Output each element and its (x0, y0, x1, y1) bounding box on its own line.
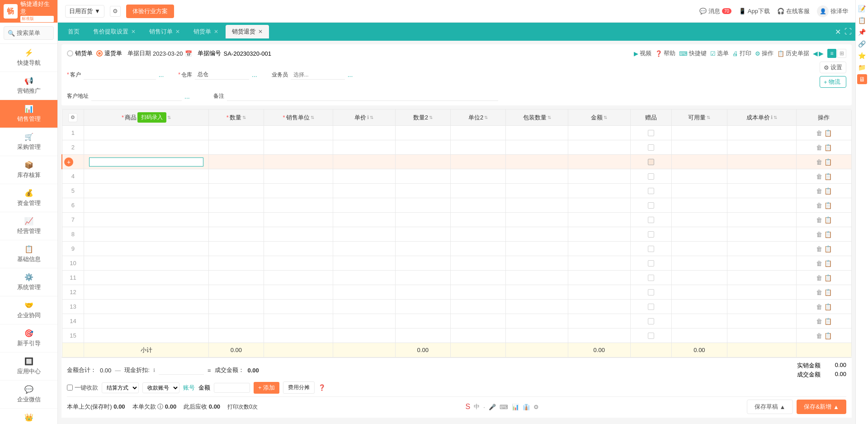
table-row[interactable]: 5 🗑 📋 (62, 184, 852, 198)
row-costprice-cell[interactable] (727, 126, 796, 140)
payment-amount-input[interactable] (214, 383, 250, 393)
row-available-cell[interactable] (672, 184, 727, 198)
row-qty2-cell[interactable] (395, 126, 450, 140)
copy-row-button[interactable]: 📋 (824, 303, 832, 310)
delete-row-button[interactable]: 🗑 (816, 216, 822, 224)
radio-sale-return[interactable]: 退货单 (96, 49, 122, 57)
gift-checkbox[interactable] (648, 130, 654, 136)
account-dots[interactable]: 账号 (183, 384, 195, 392)
try-solution-button[interactable]: 体验行业方案 (126, 5, 174, 18)
row-available-cell[interactable] (672, 126, 727, 140)
copy-row-button[interactable]: 📋 (824, 231, 832, 238)
tab-home[interactable]: 首页 (61, 25, 86, 38)
delete-row-button[interactable]: 🗑 (816, 303, 822, 310)
row-product-cell[interactable] (84, 256, 208, 271)
settlement-select[interactable]: 结算方式 (102, 382, 139, 393)
row-costprice-cell[interactable] (727, 213, 796, 227)
row-costprice-cell[interactable] (727, 256, 796, 271)
row-gift-cell[interactable] (630, 300, 672, 314)
row-costprice-cell[interactable] (727, 285, 796, 300)
salesperson-lookup-button[interactable]: ... (348, 71, 353, 78)
row-unit2-cell[interactable] (450, 198, 505, 213)
gift-checkbox[interactable] (648, 159, 654, 165)
cost-sort-icon[interactable]: ⇅ (774, 115, 777, 120)
row-product-cell[interactable] (84, 285, 208, 300)
amount-sort-icon[interactable]: ⇅ (604, 115, 607, 120)
salesperson-input[interactable] (291, 70, 345, 80)
row-amount-cell[interactable] (568, 155, 630, 169)
help-button[interactable]: ❓ 帮助 (655, 49, 675, 57)
row-amount-cell[interactable] (568, 300, 630, 314)
row-price-cell[interactable] (333, 126, 395, 140)
row-qty-cell[interactable] (208, 242, 264, 256)
row-price-cell[interactable] (333, 271, 395, 285)
row-available-cell[interactable] (672, 271, 727, 285)
gift-checkbox[interactable] (648, 144, 654, 151)
unit2-sort-icon[interactable]: ⇅ (484, 115, 488, 120)
row-amount-cell[interactable] (568, 169, 630, 184)
table-row[interactable]: 9 🗑 📋 (62, 242, 852, 256)
prev-doc-button[interactable]: ◀ (813, 50, 818, 57)
row-packqty-cell[interactable] (506, 242, 568, 256)
row-gift-cell[interactable] (630, 242, 672, 256)
next-doc-button[interactable]: ▶ (819, 50, 824, 57)
row-amount-cell[interactable] (568, 126, 630, 140)
row-costprice-cell[interactable] (727, 140, 796, 155)
row-available-cell[interactable] (672, 169, 727, 184)
row-price-cell[interactable] (333, 198, 395, 213)
row-amount-cell[interactable] (568, 227, 630, 242)
row-price-cell[interactable] (333, 300, 395, 314)
row-gift-cell[interactable] (630, 227, 672, 242)
copy-row-button[interactable]: 📋 (824, 129, 832, 137)
right-panel-item-2[interactable]: 📋 (857, 15, 867, 25)
row-qty-cell[interactable] (208, 155, 264, 169)
row-qty2-cell[interactable] (395, 184, 450, 198)
row-available-cell[interactable] (672, 227, 727, 242)
tab-close-sale-price[interactable]: ✕ (131, 29, 136, 35)
delete-row-button[interactable]: 🗑 (816, 318, 822, 325)
copy-row-button[interactable]: 📋 (824, 144, 832, 151)
app-download-button[interactable]: 📱 App下载 (739, 7, 770, 15)
delete-row-button[interactable]: 🗑 (816, 173, 822, 180)
row-qty2-cell[interactable] (395, 314, 450, 329)
sidebar-item-corp[interactable]: 🤝 企业协同 (0, 296, 57, 324)
sidebar-item-newbie[interactable]: 🎯 新手引导 (0, 324, 57, 353)
row-amount-cell[interactable] (568, 242, 630, 256)
split-help-icon[interactable]: ❓ (318, 384, 326, 391)
row-price-cell[interactable] (333, 140, 395, 155)
radio-sale-goods[interactable]: 销货单 (67, 49, 93, 57)
row-unit2-cell[interactable] (450, 314, 505, 329)
user-profile-button[interactable]: 👤 徐泽华 (817, 5, 848, 17)
row-unit2-cell[interactable] (450, 285, 505, 300)
row-costprice-cell[interactable] (727, 271, 796, 285)
history-button[interactable]: 📋 历史单据 (777, 49, 809, 57)
row-packqty-cell[interactable] (506, 300, 568, 314)
row-unit2-cell[interactable] (450, 300, 505, 314)
tab-sale-price[interactable]: 售价提取设置 ✕ (87, 25, 142, 38)
delete-row-button[interactable]: 🗑 (816, 289, 822, 296)
row-unit-cell[interactable] (264, 140, 333, 155)
row-available-cell[interactable] (672, 285, 727, 300)
sidebar-item-appstore[interactable]: 🔲 应用中心 (0, 353, 57, 381)
row-product-cell[interactable] (84, 184, 208, 198)
copy-row-button[interactable]: 📋 (824, 260, 832, 267)
delete-row-button[interactable]: 🗑 (816, 158, 822, 166)
row-product-cell[interactable] (84, 227, 208, 242)
row-unit2-cell[interactable] (450, 155, 505, 169)
quick-pay-input[interactable] (67, 385, 73, 391)
table-row[interactable]: 11 🗑 📋 (62, 271, 852, 285)
row-qty2-cell[interactable] (395, 213, 450, 227)
row-unit-cell[interactable] (264, 169, 333, 184)
sidebar-item-basic[interactable]: 📋 基础信息 (0, 240, 57, 268)
row-qty-cell[interactable] (208, 271, 264, 285)
row-price-cell[interactable] (333, 329, 395, 343)
row-price-cell[interactable] (333, 213, 395, 227)
gift-checkbox[interactable] (648, 246, 654, 252)
tab-sale-return[interactable]: 销货退货 ✕ (226, 25, 269, 38)
gift-checkbox[interactable] (648, 231, 654, 238)
warehouse-lookup-button[interactable]: ... (252, 71, 257, 78)
row-qty-cell[interactable] (208, 213, 264, 227)
row-available-cell[interactable] (672, 256, 727, 271)
row-price-cell[interactable] (333, 242, 395, 256)
delete-row-button[interactable]: 🗑 (816, 231, 822, 238)
